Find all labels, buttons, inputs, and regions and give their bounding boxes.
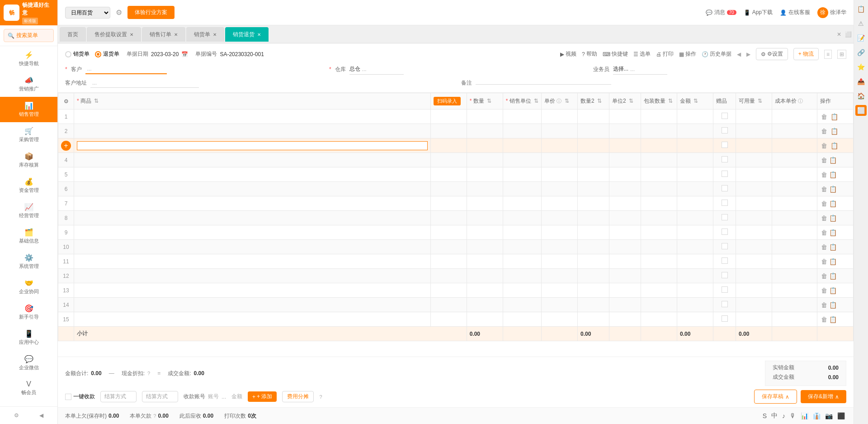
calc-method-select[interactable]: 结算方式 [142,391,178,402]
row-1-copy-btn[interactable]: 📋 [830,112,839,121]
sidebar-item-wechat[interactable]: 💬 企业微信 [0,350,57,376]
row-4-copy-btn[interactable]: 📋 [828,156,838,165]
row-11-delete-btn[interactable]: 🗑 [820,257,828,266]
app-download-button[interactable]: 📱 App下载 [744,9,773,16]
sidebar-item-operations[interactable]: 📈 经营管理 [0,198,57,224]
row-13-gift-checkbox[interactable] [722,286,728,293]
sidebar-item-system[interactable]: ⚙️ 系统管理 [0,249,57,274]
row-7-delete-btn[interactable]: 🗑 [820,199,828,208]
qty-sort-icon[interactable]: ⇅ [487,98,491,104]
staff-input[interactable]: 选择... ... [613,64,667,75]
row-9-copy-btn[interactable]: 📋 [828,228,838,237]
row-5-gift-checkbox[interactable] [722,171,728,177]
row-2-unit-price[interactable] [542,124,578,138]
row-14-gift-checkbox[interactable] [722,301,728,307]
right-icon-6[interactable]: 📤 [855,76,867,87]
save-draft-button[interactable]: 保存草稿 ∧ [754,390,797,404]
row-6-gift-checkbox[interactable] [722,185,728,191]
amount-input-placeholder[interactable]: 金额 [231,393,242,400]
search-menu-button[interactable]: 🔍 搜索菜单 [4,29,54,42]
toolbar-icon-3[interactable]: ♪ [781,411,787,421]
row-7-copy-btn[interactable]: 📋 [828,199,838,208]
sidebar-item-purchase[interactable]: 🛒 采购管理 [0,122,57,148]
tab-home[interactable]: 首页 [60,27,86,42]
calendar-icon[interactable]: 📅 [181,51,188,57]
row-1-cost-price[interactable] [772,110,817,124]
toolbar-icon-7[interactable]: 📷 [824,411,834,421]
industry-select[interactable]: 日用百货 [65,7,110,19]
next-record-icon[interactable]: ▶ [746,51,750,57]
sidebar-item-basic[interactable]: 🗂️ 基础信息 [0,224,57,249]
settlement-method-select[interactable]: 结算方式 [100,391,137,402]
row-5-delete-btn[interactable]: 🗑 [820,170,828,179]
row-4-delete-btn[interactable]: 🗑 [820,156,828,165]
row-12-delete-btn[interactable]: 🗑 [820,272,828,281]
toolbar-icon-4[interactable]: 🎙 [788,411,797,421]
view-grid-icon[interactable]: ⊞ [837,50,846,59]
row-2-delete-btn[interactable]: 🗑 [820,127,828,136]
right-icon-1[interactable]: 📋 [855,4,867,14]
row-10-gift-checkbox[interactable] [722,243,728,249]
one-click-collection-checkbox[interactable]: 一键收款 [65,393,95,400]
radio-sales[interactable]: 销货单 [65,50,90,58]
prev-record-icon[interactable]: ◀ [737,51,741,57]
row-6-delete-btn[interactable]: 🗑 [820,185,828,194]
right-icon-5[interactable]: ⭐ [855,62,867,72]
tab-price-setting-close[interactable]: ✕ [130,32,133,37]
row-12-gift-checkbox[interactable] [722,272,728,278]
row-3-gift-checkbox[interactable] [722,142,728,148]
row-5-copy-btn[interactable]: 📋 [828,170,838,179]
online-service-button[interactable]: 👤 在线客服 [780,9,810,16]
pack-qty-sort-icon[interactable]: ⇅ [668,98,673,104]
toolbar-icon-2[interactable]: 中 [770,410,779,421]
tab-close-icon[interactable]: ✕ [837,31,841,38]
row-9-delete-btn[interactable]: 🗑 [820,228,828,237]
row-1-gift-checkbox[interactable] [722,113,728,119]
row-14-delete-btn[interactable]: 🗑 [820,300,828,310]
right-icon-4[interactable]: 🔗 [855,47,867,58]
row-1-amount[interactable] [677,110,713,124]
shortcut-action[interactable]: ⌨ 快捷键 [603,50,628,58]
user-menu[interactable]: 徐 徐泽华 [817,7,846,18]
trial-button[interactable]: 体验行业方案 [127,6,175,19]
logistics-button[interactable]: + 物流 [793,48,819,60]
right-icon-2[interactable]: ⚠ [856,18,866,29]
row-11-copy-btn[interactable]: 📋 [828,257,838,266]
row-3-goods-input[interactable] [77,141,428,150]
row-13-delete-btn[interactable]: 🗑 [820,286,828,295]
goods-sort-icon[interactable]: ⇅ [94,98,99,104]
tab-sales-order-close[interactable]: ✕ [174,32,178,37]
qty2-sort-icon[interactable]: ⇅ [597,98,602,104]
toolbar-icon-8[interactable]: ⬛ [836,411,846,421]
note-input[interactable] [476,81,611,85]
row-2-unit2[interactable] [609,124,641,138]
collapse-sidebar-icon[interactable]: ◀ [38,410,45,420]
row-2-cost-price[interactable] [772,124,817,138]
row-10-copy-btn[interactable]: 📋 [828,243,838,252]
unit-price-sort-icon[interactable]: ⇅ [565,98,569,104]
right-icon-7[interactable]: 🏠 [855,91,867,101]
row-2-gift-checkbox[interactable] [722,127,728,133]
row-10-delete-btn[interactable]: 🗑 [820,243,828,252]
toolbar-icon-1[interactable]: S [761,411,768,421]
tab-restore-icon[interactable]: ⬜ [845,31,852,38]
row-2-copy-btn[interactable]: 📋 [830,127,839,136]
customer-input[interactable]: ... [85,64,167,74]
sidebar-item-finance[interactable]: 💰 资金管理 [0,173,57,198]
row-11-gift-checkbox[interactable] [722,257,728,264]
sidebar-item-sales[interactable]: 📊 销售管理 [0,97,57,122]
row-2-amount[interactable] [677,124,713,138]
sidebar-item-member[interactable]: V 畅会员 [0,376,57,400]
row-9-gift-checkbox[interactable] [722,229,728,235]
row-1-sales-unit[interactable] [503,110,541,124]
row-4-gift-checkbox[interactable] [722,156,728,162]
row-2-goods[interactable] [74,124,431,138]
sidebar-item-inventory[interactable]: 📦 库存核算 [0,148,57,173]
tab-price-setting[interactable]: 售价提取设置 ✕ [87,27,141,42]
save-new-button[interactable]: 保存&新增 ∧ [801,390,846,403]
row-1-qty[interactable] [467,110,503,124]
row-8-copy-btn[interactable]: 📋 [828,214,838,223]
history-action[interactable]: 🕐 历史单据 [702,50,731,58]
expense-split-button[interactable]: 费用分摊 [282,391,314,402]
row-15-delete-btn[interactable]: 🗑 [820,315,828,324]
